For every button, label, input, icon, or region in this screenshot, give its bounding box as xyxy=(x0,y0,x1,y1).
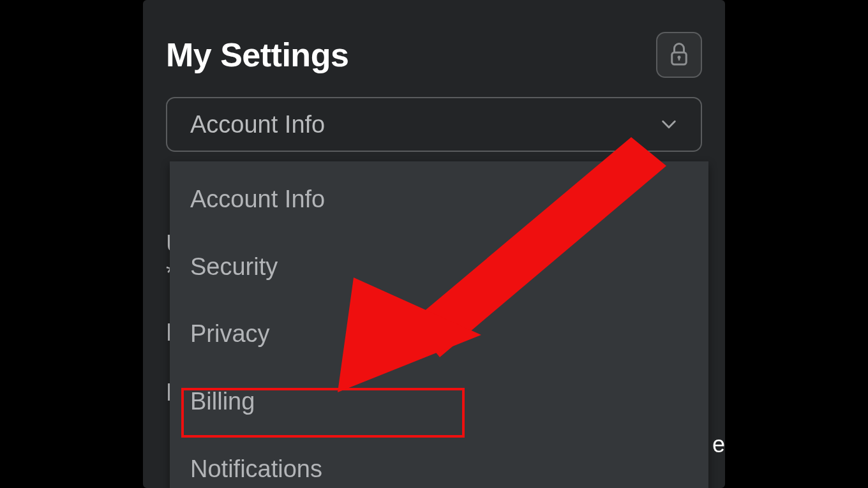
obscured-text-fragment: e xyxy=(712,431,725,458)
dropdown-item-account-info[interactable]: Account Info xyxy=(170,172,708,228)
select-value: Account Info xyxy=(190,111,325,138)
settings-panel: My Settings Account Info U * F F e Accou… xyxy=(143,0,725,488)
page-title: My Settings xyxy=(166,36,348,74)
dropdown-item-security[interactable]: Security xyxy=(170,239,708,295)
header-row: My Settings xyxy=(166,32,702,78)
settings-dropdown-menu: Account Info Security Privacy Billing No… xyxy=(170,161,708,488)
lock-icon xyxy=(670,43,689,67)
lock-button[interactable] xyxy=(656,32,702,78)
dropdown-item-billing[interactable]: Billing xyxy=(170,374,708,430)
dropdown-item-privacy[interactable]: Privacy xyxy=(170,306,708,362)
dropdown-item-notifications[interactable]: Notifications xyxy=(170,441,708,488)
svg-rect-2 xyxy=(678,57,680,61)
chevron-down-icon xyxy=(660,115,678,133)
settings-category-select[interactable]: Account Info xyxy=(166,97,702,152)
